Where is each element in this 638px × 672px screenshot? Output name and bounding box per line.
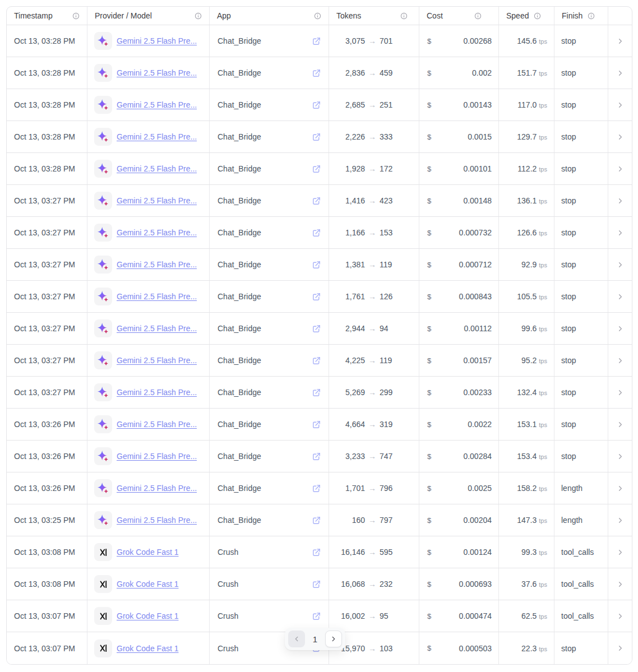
external-link-icon[interactable] — [312, 356, 321, 365]
model-link[interactable]: Grok Code Fast 1 — [117, 644, 179, 653]
external-link-icon[interactable] — [312, 68, 321, 78]
model-link[interactable]: Gemini 2.5 Flash Pre... — [117, 132, 197, 141]
column-header-provider-model[interactable]: Provider / Model — [87, 7, 210, 25]
model-link[interactable]: Gemini 2.5 Flash Pre... — [117, 324, 197, 333]
table-row[interactable]: Oct 13, 03:27 PM — [7, 377, 632, 409]
external-link-icon[interactable] — [312, 100, 321, 110]
finish-cell: stop — [554, 409, 608, 440]
model-link[interactable]: Gemini 2.5 Flash Pre... — [117, 484, 197, 493]
row-expand-button[interactable] — [608, 121, 632, 152]
info-icon[interactable] — [195, 12, 202, 20]
table-row[interactable]: Oct 13, 03:28 PM — [7, 153, 632, 185]
row-expand-button[interactable] — [608, 57, 632, 89]
table-row[interactable]: Oct 13, 03:27 PM — [7, 313, 632, 345]
row-expand-button[interactable] — [608, 25, 632, 57]
row-expand-button[interactable] — [608, 377, 632, 408]
table-row[interactable]: Oct 13, 03:27 PM — [7, 345, 632, 377]
table-row[interactable]: Oct 13, 03:28 PM — [7, 89, 632, 121]
column-header-finish[interactable]: Finish — [554, 7, 608, 25]
model-link[interactable]: Gemini 2.5 Flash Pre... — [117, 356, 197, 365]
row-expand-button[interactable] — [608, 536, 632, 568]
external-link-icon[interactable] — [312, 516, 321, 525]
table-row[interactable]: Oct 13, 03:26 PM — [7, 409, 632, 441]
timestamp-cell: Oct 13, 03:07 PM — [7, 600, 87, 632]
table-row[interactable]: Oct 13, 03:26 PM — [7, 472, 632, 504]
provider-model-cell: Gemini 2.5 Flash Pre... — [87, 25, 210, 57]
model-link[interactable]: Gemini 2.5 Flash Pre... — [117, 36, 197, 45]
row-expand-button[interactable] — [608, 568, 632, 600]
table-row[interactable]: Oct 13, 03:27 PM — [7, 249, 632, 281]
table-row[interactable]: Oct 13, 03:27 PM — [7, 185, 632, 217]
external-link-icon[interactable] — [312, 324, 321, 333]
table-row[interactable]: Oct 13, 03:28 PM — [7, 121, 632, 153]
row-expand-button[interactable] — [608, 249, 632, 280]
info-icon[interactable] — [588, 12, 595, 20]
next-page-button[interactable] — [325, 631, 342, 647]
external-link-icon[interactable] — [312, 548, 321, 557]
external-link-icon[interactable] — [312, 196, 321, 206]
model-link[interactable]: Gemini 2.5 Flash Pre... — [117, 68, 197, 77]
row-expand-button[interactable] — [608, 281, 632, 312]
row-expand-button[interactable] — [608, 600, 632, 632]
external-link-icon[interactable] — [312, 36, 321, 46]
info-icon[interactable] — [314, 12, 321, 20]
column-header-tokens[interactable]: Tokens — [329, 7, 419, 25]
info-icon[interactable] — [400, 12, 408, 20]
row-expand-button[interactable] — [608, 409, 632, 440]
table-row[interactable]: Oct 13, 03:28 PM — [7, 25, 632, 57]
row-expand-button[interactable] — [608, 313, 632, 344]
external-link-icon[interactable] — [312, 260, 321, 270]
model-link[interactable]: Gemini 2.5 Flash Pre... — [117, 420, 197, 429]
table-row[interactable]: Oct 13, 03:27 PM — [7, 217, 632, 249]
model-link[interactable]: Gemini 2.5 Flash Pre... — [117, 164, 197, 173]
row-expand-button[interactable] — [608, 632, 632, 664]
row-expand-button[interactable] — [608, 153, 632, 184]
column-header-cost[interactable]: Cost — [419, 7, 499, 25]
row-expand-button[interactable] — [608, 441, 632, 472]
model-link[interactable]: Gemini 2.5 Flash Pre... — [117, 452, 197, 461]
external-link-icon[interactable] — [312, 292, 321, 302]
model-link[interactable]: Gemini 2.5 Flash Pre... — [117, 260, 197, 269]
speed-value: 99.6 — [521, 324, 537, 333]
model-link[interactable]: Grok Code Fast 1 — [117, 611, 179, 620]
external-link-icon[interactable] — [312, 228, 321, 238]
model-link[interactable]: Gemini 2.5 Flash Pre... — [117, 196, 197, 205]
table-row[interactable]: Oct 13, 03:28 PM — [7, 57, 632, 89]
external-link-icon[interactable] — [312, 164, 321, 174]
external-link-icon[interactable] — [312, 484, 321, 493]
row-expand-button[interactable] — [608, 185, 632, 216]
row-expand-button[interactable] — [608, 217, 632, 248]
table-row[interactable]: Oct 13, 03:08 PM — [7, 536, 632, 568]
column-header-app[interactable]: App — [210, 7, 329, 25]
row-expand-button[interactable] — [608, 472, 632, 504]
row-expand-button[interactable] — [608, 504, 632, 536]
previous-page-button[interactable] — [288, 631, 305, 647]
external-link-icon[interactable] — [312, 580, 321, 589]
model-link[interactable]: Gemini 2.5 Flash Pre... — [117, 228, 197, 237]
model-link[interactable]: Gemini 2.5 Flash Pre... — [117, 388, 197, 397]
model-link[interactable]: Grok Code Fast 1 — [117, 580, 179, 588]
tokens-cell: 4,664 → 319 — [329, 409, 419, 440]
external-link-icon[interactable] — [312, 452, 321, 461]
table-row[interactable]: Oct 13, 03:27 PM — [7, 281, 632, 313]
external-link-icon[interactable] — [312, 132, 321, 142]
info-icon[interactable] — [534, 12, 541, 20]
row-expand-button[interactable] — [608, 345, 632, 376]
column-header-timestamp[interactable]: Timestamp — [7, 7, 87, 25]
timestamp-value: Oct 13, 03:28 PM — [14, 68, 75, 77]
model-link[interactable]: Gemini 2.5 Flash Pre... — [117, 292, 197, 301]
info-icon[interactable] — [72, 12, 80, 20]
model-link[interactable]: Gemini 2.5 Flash Pre... — [117, 516, 197, 525]
info-icon[interactable] — [474, 12, 482, 20]
external-link-icon[interactable] — [312, 420, 321, 429]
external-link-icon[interactable] — [312, 611, 321, 621]
table-row[interactable]: Oct 13, 03:26 PM — [7, 441, 632, 472]
model-link[interactable]: Gemini 2.5 Flash Pre... — [117, 100, 197, 109]
table-row[interactable]: Oct 13, 03:25 PM — [7, 504, 632, 536]
external-link-icon[interactable] — [312, 388, 321, 397]
table-row[interactable]: Oct 13, 03:08 PM — [7, 568, 632, 600]
finish-cell: stop — [554, 313, 608, 344]
model-link[interactable]: Grok Code Fast 1 — [117, 548, 179, 557]
row-expand-button[interactable] — [608, 89, 632, 121]
column-header-speed[interactable]: Speed — [499, 7, 554, 25]
